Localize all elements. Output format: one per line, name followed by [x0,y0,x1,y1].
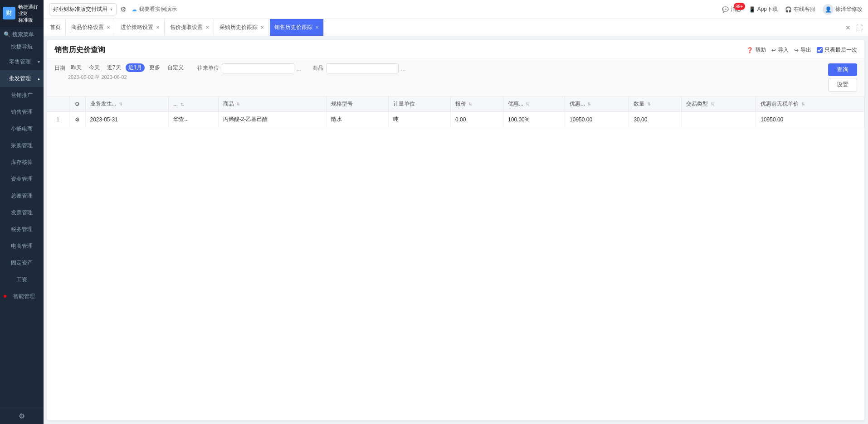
sidebar-search[interactable]: 🔍 搜索菜单 [0,27,44,40]
only-last-input[interactable] [817,47,823,53]
supplier-input[interactable] [222,63,294,73]
sidebar-menu: 零售管理 ▾ 批发管理 ▴ 营销推广 销售管理 小畅电商 采购管理 库存核算 资… [0,53,44,408]
date-btn-last7[interactable]: 近7天 [104,63,124,72]
date-btn-custom[interactable]: 自定义 [165,63,186,72]
sidebar-item-tax[interactable]: 税务管理 [0,221,44,238]
date-btn-more[interactable]: 更多 [146,63,163,72]
user-name: 徐泽华修改 [835,5,863,13]
sidebar-item-ai[interactable]: 智能管理 [0,288,44,305]
col-extra[interactable]: ... ⇅ [169,96,218,112]
cell-txtype [682,112,756,127]
sidebar-item-assets-label: 固定资产 [4,259,40,267]
tab-price[interactable]: 商品价格设置 ✕ [67,19,115,36]
logo-text: 畅捷通好业财 标准版 [18,4,41,23]
chevron-up-icon: ▴ [38,76,40,81]
col-pretax[interactable]: 优惠前无税单价 ⇅ [756,96,864,112]
sidebar-item-purchase[interactable]: 采购管理 [0,137,44,154]
sidebar-item-ecom-small[interactable]: 小畅电商 [0,120,44,137]
tab-purchase-strategy-close[interactable]: ✕ [156,25,160,30]
header-actions: ❓ 帮助 ↩ 导入 ↪ 导出 只看最后一次 [746,46,857,54]
content-panel: 销售历史价查询 ❓ 帮助 ↩ 导入 ↪ 导出 只看最后一次 [47,40,864,420]
sidebar-item-wholesale-label: 批发管理 [4,75,36,82]
sidebar-item-funds[interactable]: 资金管理 [0,171,44,188]
col-spec: 规格型号 [326,96,388,112]
cell-no: 1 [47,112,69,127]
gear-header-icon[interactable]: ⚙ [75,101,80,107]
sidebar-item-accounts[interactable]: 总账管理 [0,188,44,204]
sidebar-search-label: 搜索菜单 [12,31,34,39]
sidebar: 财 畅捷通好业财 标准版 🔍 搜索菜单 快捷导航 零售管理 ▾ 批发管理 ▴ 营… [0,0,44,424]
demo-button[interactable]: ☁ 我要看实例演示 [132,5,177,13]
export-label: 导出 [800,46,811,54]
help-button[interactable]: ❓ 帮助 [746,46,766,54]
online-service-button[interactable]: 🎧 在线客服 [785,5,815,13]
tab-home[interactable]: 首页 [45,19,66,36]
tab-sale-extract[interactable]: 售价提取设置 ✕ [166,19,214,36]
import-icon: ↩ [771,47,776,53]
sidebar-item-ecom[interactable]: 电商管理 [0,238,44,255]
table-header-row: ⚙ 业务发生... ⇅ ... ⇅ 商品 ⇅ 规格型号 计量单位 报价 ⇅ 优惠… [47,96,864,112]
help-icon: ❓ [746,47,753,53]
sidebar-item-sales[interactable]: 销售管理 [0,104,44,120]
sidebar-item-payroll[interactable]: 工资 [0,271,44,288]
date-range-text: 2023-05-02 至 2023-06-02 [68,74,186,81]
tab-sale-history-close[interactable]: ✕ [315,25,319,30]
only-last-checkbox[interactable]: 只看最后一次 [817,46,857,54]
date-btn-yesterday[interactable]: 昨天 [68,63,84,72]
tabs-bar: 首页 商品价格设置 ✕ 进价策略设置 ✕ 售价提取设置 ✕ 采购历史价跟踪 ✕ … [44,19,868,36]
sidebar-item-invoice[interactable]: 发票管理 [0,204,44,221]
close-window-button[interactable]: ✕ [844,23,853,32]
col-price[interactable]: 报价 ⇅ [451,96,503,112]
tab-sale-extract-close[interactable]: ✕ [205,25,209,30]
sidebar-item-wholesale[interactable]: 批发管理 ▴ [0,70,44,87]
col-discount1[interactable]: 优惠... ⇅ [503,96,565,112]
col-discount2[interactable]: 优惠... ⇅ [565,96,629,112]
filter-actions: 查询 设置 [828,63,857,92]
tab-sale-history[interactable]: 销售历史价跟踪 ✕ [270,19,324,36]
sidebar-quicknav[interactable]: 快捷导航 [0,40,44,53]
col-qty[interactable]: 数量 ⇅ [629,96,682,112]
tab-purchase-strategy[interactable]: 进价策略设置 ✕ [116,19,165,36]
sort-icon-extra: ⇅ [180,102,184,107]
sidebar-item-retail-label: 零售管理 [4,58,36,66]
product-input[interactable] [326,63,399,73]
sidebar-item-marketing[interactable]: 营销推广 [0,87,44,104]
date-btn-today[interactable]: 今天 [86,63,102,72]
product-dots[interactable]: ... [400,65,406,72]
cell-gear[interactable]: ⚙ [69,112,85,127]
user-menu[interactable]: 👤 徐泽华修改 [823,4,863,15]
cloud-icon: ☁ [132,6,137,13]
version-selector[interactable]: 好业财标准版交付试用 ▾ [49,3,117,15]
sidebar-item-ai-dot [4,295,6,298]
settings-icon[interactable]: ⚙ [19,412,25,420]
settings-button[interactable]: 设置 [828,78,857,92]
date-btn-last1m[interactable]: 近1月 [126,63,145,72]
col-txtype[interactable]: 交易类型 ⇅ [682,96,756,112]
topbar-actions: 💬 消息 99+ 📱 App下载 🎧 在线客服 👤 徐泽华修改 [722,4,863,15]
col-date[interactable]: 业务发生... ⇅ [85,96,169,112]
topbar-gear-icon[interactable]: ⚙ [120,5,126,14]
maximize-window-button[interactable]: ⛶ [854,23,864,32]
cell-discount2: 10950.00 [565,112,629,127]
product-filter-label: 商品 [312,63,323,72]
sidebar-item-retail[interactable]: 零售管理 ▾ [0,53,44,70]
tab-price-close[interactable]: ✕ [107,25,110,30]
table-row: 1⚙2023-05-31华查...丙烯酸-2-乙基己酯散水吨0.00100.00… [47,112,864,127]
import-button[interactable]: ↩ 导入 [771,46,789,54]
tab-purchase-history[interactable]: 采购历史价跟踪 ✕ [215,19,269,36]
export-icon: ↪ [794,47,799,53]
help-label: 帮助 [755,46,766,54]
search-icon: 🔍 [4,31,10,38]
export-button[interactable]: ↪ 导出 [794,46,811,54]
message-button[interactable]: 💬 消息 99+ [722,5,741,13]
tab-purchase-history-close[interactable]: ✕ [260,25,264,30]
sidebar-item-inventory[interactable]: 库存核算 [0,154,44,171]
app-download-button[interactable]: 📱 App下载 [749,5,778,13]
supplier-dots[interactable]: ... [296,65,302,72]
col-no [47,96,69,112]
sidebar-item-assets[interactable]: 固定资产 [0,255,44,271]
col-product[interactable]: 商品 ⇅ [218,96,326,112]
import-label: 导入 [778,46,789,54]
query-button[interactable]: 查询 [828,63,857,76]
product-input-group: ... [326,63,406,73]
